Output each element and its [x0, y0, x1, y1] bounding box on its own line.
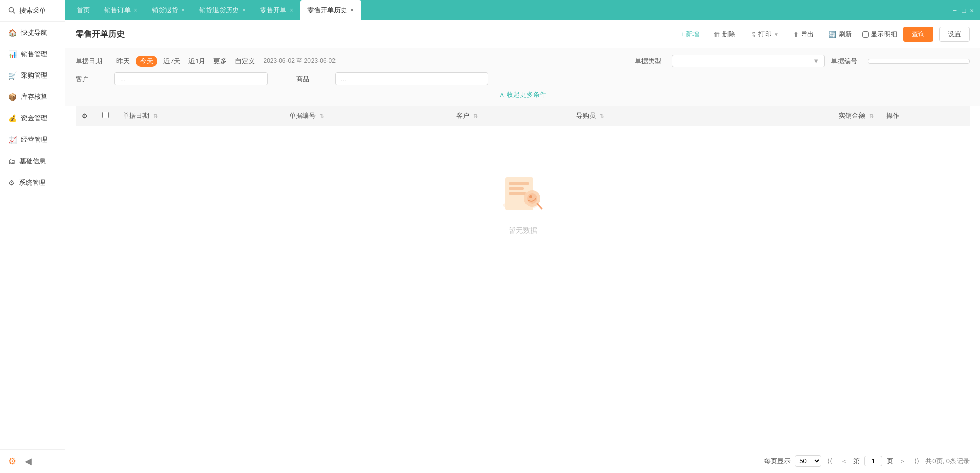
tab-retail-open-label: 零售开单 — [260, 6, 286, 15]
svg-rect-5 — [509, 187, 524, 190]
print-button-label: 打印 — [758, 30, 772, 39]
print-button[interactable]: 🖨 打印 ▼ — [746, 28, 783, 41]
sidebar-search-label: 搜索采单 — [19, 6, 46, 15]
th-action: 操作 — [880, 106, 970, 126]
th-settings: ⚙ — [76, 106, 96, 126]
select-all-checkbox[interactable] — [102, 112, 109, 118]
tab-retail-open-history-close[interactable]: × — [350, 7, 354, 14]
sidebar-item-label: 基础信息 — [19, 157, 46, 166]
tab-sales-return-history-label: 销货退货历史 — [199, 6, 239, 15]
show-detail-input[interactable] — [862, 31, 869, 38]
export-button-label: 导出 — [801, 30, 814, 39]
tab-sales-return-close[interactable]: × — [181, 7, 185, 14]
date-opt-today[interactable]: 今天 — [136, 56, 157, 67]
date-opt-custom[interactable]: 自定义 — [233, 56, 257, 67]
page-title: 零售开单历史 — [76, 29, 125, 40]
settings-button[interactable]: 设置 — [939, 27, 970, 42]
export-button[interactable]: ⬆ 导出 — [789, 28, 818, 41]
th-customer: 客户 ⇅ — [450, 106, 570, 126]
add-button[interactable]: + 新增 — [676, 28, 703, 41]
tab-sales-order-label: 销售订单 — [104, 6, 131, 15]
collapse-icon[interactable]: ◀ — [25, 456, 32, 467]
sidebar-item-finance[interactable]: 💰 资金管理 — [0, 108, 65, 129]
first-page-btn[interactable]: ⟨⟨ — [825, 456, 834, 466]
tab-sales-return[interactable]: 销货退货 × — [145, 0, 192, 20]
sidebar-item-basic-info[interactable]: 🗂 基础信息 — [0, 151, 65, 172]
type-select[interactable]: ▼ — [672, 55, 825, 67]
show-detail-label: 显示明细 — [871, 30, 897, 39]
tab-sales-return-label: 销货退货 — [152, 6, 178, 15]
sales-icon: 📊 — [8, 50, 17, 58]
tab-bar: 首页 销售订单 × 销货退货 × 销货退货历史 × 零售开单 × 零售开单历史 … — [65, 0, 980, 20]
th-checkbox — [96, 106, 116, 126]
customer-input[interactable]: ... — [114, 72, 268, 85]
th-guide: 导购员 ⇅ — [570, 106, 713, 126]
date-options: 昨天 今天 近7天 近1月 更多 自定义 2023-06-02 至 2023-0… — [114, 56, 336, 67]
page-info: 共0页, 0条记录 — [925, 457, 970, 466]
delete-icon: 🗑 — [713, 31, 720, 38]
sidebar-item-inventory[interactable]: 📦 库存核算 — [0, 86, 65, 108]
delete-button[interactable]: 🗑 删除 — [709, 28, 739, 41]
refresh-button-label: 刷新 — [839, 30, 852, 39]
th-number-sort[interactable]: ⇅ — [320, 113, 324, 119]
tab-retail-open-close[interactable]: × — [290, 7, 293, 14]
next-page-btn[interactable]: ＞ — [897, 456, 908, 467]
page-size-select[interactable]: 50 10 20 100 — [795, 455, 821, 467]
tab-sales-order[interactable]: 销售订单 × — [97, 0, 145, 20]
refresh-button[interactable]: 🔄 刷新 — [824, 28, 856, 41]
th-guide-sort[interactable]: ⇅ — [600, 113, 604, 119]
tab-retail-open-history-label: 零售开单历史 — [307, 6, 347, 15]
filter-row-1: 单据日期 昨天 今天 近7天 近1月 更多 自定义 2023-06-02 至 2… — [76, 55, 970, 67]
sidebar-item-sales-mgmt[interactable]: 📊 销售管理 — [0, 43, 65, 65]
number-filter-label: 单据编号 — [831, 57, 862, 66]
th-number: 单据编号 ⇅ — [283, 106, 449, 126]
th-date: 单据日期 ⇅ — [116, 106, 283, 126]
th-date-sort[interactable]: ⇅ — [153, 113, 158, 119]
sidebar-item-label: 销售管理 — [21, 49, 47, 59]
goods-input[interactable]: ... — [335, 72, 488, 85]
filter-area: 单据日期 昨天 今天 近7天 近1月 更多 自定义 2023-06-02 至 2… — [65, 48, 980, 106]
date-opt-more[interactable]: 更多 — [211, 56, 229, 67]
main-area: 首页 销售订单 × 销货退货 × 销货退货历史 × 零售开单 × 零售开单历史 … — [65, 0, 980, 473]
tab-home[interactable]: 首页 — [69, 0, 97, 20]
date-opt-1month[interactable]: 近1月 — [186, 56, 207, 67]
show-detail-checkbox[interactable]: 显示明细 — [862, 30, 897, 39]
svg-line-1 — [13, 11, 15, 13]
data-table: ⚙ 单据日期 ⇅ 单据编号 ⇅ — [76, 106, 970, 126]
tab-sales-return-history-close[interactable]: × — [242, 7, 246, 14]
tab-sales-return-history[interactable]: 销货退货历史 × — [192, 0, 253, 20]
filter-row-2: 客户 ... 商品 ... — [76, 72, 970, 85]
purchase-icon: 🛒 — [8, 71, 17, 80]
table-settings-icon[interactable]: ⚙ — [82, 112, 88, 120]
prev-page-btn[interactable]: ＜ — [839, 456, 849, 467]
sidebar-item-quick-nav[interactable]: 🏠 快捷导航 — [0, 22, 65, 43]
tab-retail-open[interactable]: 零售开单 × — [253, 0, 300, 20]
sidebar-item-label: 快捷导航 — [21, 28, 47, 37]
sidebar-item-system[interactable]: ⚙ 系统管理 — [0, 172, 65, 193]
export-icon: ⬆ — [793, 31, 799, 38]
number-input[interactable] — [868, 59, 970, 64]
collapse-filter-btn[interactable]: ∧ 收起更多条件 — [76, 90, 970, 99]
collapse-up-icon: ∧ — [499, 91, 505, 99]
page-input[interactable] — [864, 456, 882, 466]
sidebar-search[interactable]: 搜索采单 — [0, 0, 65, 22]
settings-icon[interactable]: ⚙ — [8, 456, 16, 467]
type-select-arrow: ▼ — [812, 57, 819, 65]
date-opt-7days[interactable]: 近7天 — [161, 56, 182, 67]
date-opt-yesterday[interactable]: 昨天 — [114, 56, 132, 67]
last-page-btn[interactable]: ⟩⟩ — [912, 456, 921, 466]
th-amount-label: 实销金额 — [839, 112, 865, 119]
tab-sales-order-close[interactable]: × — [134, 7, 137, 14]
th-action-label: 操作 — [886, 112, 899, 119]
sidebar-item-purchase-mgmt[interactable]: 🛒 采购管理 — [0, 65, 65, 86]
th-amount-sort[interactable]: ⇅ — [869, 113, 874, 119]
th-customer-sort[interactable]: ⇅ — [473, 113, 478, 119]
tab-retail-open-history[interactable]: 零售开单历史 × — [300, 0, 361, 20]
window-maximize-btn[interactable]: □ — [962, 7, 966, 14]
sidebar-item-operations[interactable]: 📈 经营管理 — [0, 129, 65, 151]
query-button[interactable]: 查询 — [903, 27, 933, 42]
window-close-btn[interactable]: × — [970, 7, 974, 14]
sidebar-item-label: 经营管理 — [21, 135, 47, 144]
window-minimize-btn[interactable]: － — [951, 6, 958, 15]
print-dropdown-icon: ▼ — [774, 32, 779, 37]
